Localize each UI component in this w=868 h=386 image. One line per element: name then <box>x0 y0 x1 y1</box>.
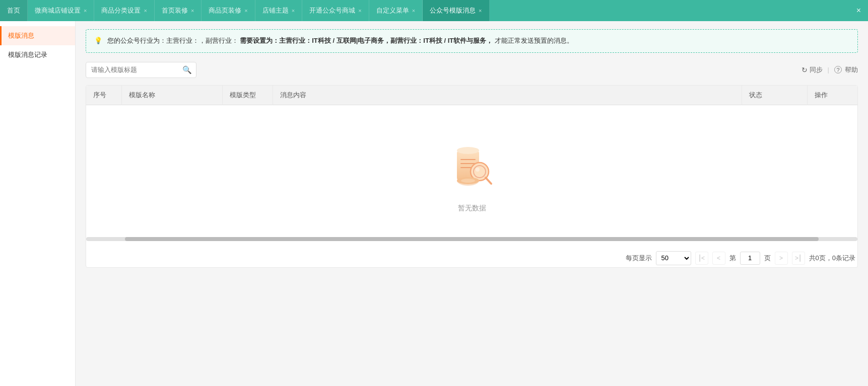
nav-tab-template-msg-label: 公众号模版消息 <box>430 6 476 15</box>
nav-tab-product-decoration-label: 商品页装修 <box>209 6 241 15</box>
empty-text: 暂无数据 <box>458 204 486 213</box>
col-header-type: 模版类型 <box>222 86 273 105</box>
help-button[interactable]: ? 帮助 <box>834 65 858 74</box>
page-input[interactable] <box>740 252 760 265</box>
toolbar-right: ↻ 同步 | ? 帮助 <box>802 65 858 74</box>
notice-highlight: 需要设置为：主营行业：IT科技 / 互联网|电子商务，副营行业：IT科技 / I… <box>240 37 493 44</box>
next-page-button[interactable]: > <box>775 252 788 265</box>
table-body: 暂无数据 <box>86 105 857 233</box>
nav-tab-open-mall-label: 开通公众号商城 <box>309 6 355 15</box>
col-header-content: 消息内容 <box>273 86 742 105</box>
help-icon: ? <box>834 66 842 73</box>
nav-tab-category-setting[interactable]: 商品分类设置 × <box>94 0 154 21</box>
page-label: 第 <box>729 254 736 263</box>
nav-tab-shop-setting[interactable]: 微商城店铺设置 × <box>28 0 94 21</box>
close-template-msg-icon[interactable]: × <box>479 8 482 14</box>
sidebar-item-template-msg[interactable]: 模版消息 <box>0 26 75 45</box>
main-layout: 模版消息 模版消息记录 💡 您的公众号行业为：主营行业：，副营行业： 需要设置为… <box>0 21 868 386</box>
content-area: 💡 您的公众号行业为：主营行业：，副营行业： 需要设置为：主营行业：IT科技 /… <box>76 21 868 386</box>
nav-tab-custom-menu-label: 自定义菜单 <box>376 6 409 15</box>
pagination: 每页显示 50 20 100 ⎮< < 第 页 > >⎮ 共0页，0条记录 <box>86 245 857 267</box>
notice-box: 💡 您的公众号行业为：主营行业：，副营行业： 需要设置为：主营行业：IT科技 /… <box>86 29 858 53</box>
search-icon: 🔍 <box>182 65 192 74</box>
nav-tab-shop-theme-label: 店铺主题 <box>262 6 289 15</box>
svg-point-10 <box>476 168 480 172</box>
close-all-button[interactable]: × <box>849 6 868 15</box>
toolbar-divider: | <box>828 66 829 73</box>
sidebar-item-template-msg-label: 模版消息 <box>8 32 34 39</box>
total-label: 共0页，0条记录 <box>809 254 855 263</box>
nav-tab-product-decoration[interactable]: 商品页装修 × <box>202 0 255 21</box>
svg-point-3 <box>457 147 479 154</box>
close-open-mall-icon[interactable]: × <box>358 8 361 14</box>
nav-tab-home[interactable]: 首页 <box>0 0 28 21</box>
per-page-select[interactable]: 50 20 100 <box>656 251 691 265</box>
sync-icon: ↻ <box>802 66 808 74</box>
col-header-action: 操作 <box>807 86 857 105</box>
data-table: 序号 模版名称 模版类型 消息内容 状态 <box>86 86 857 233</box>
first-page-button[interactable]: ⎮< <box>695 252 708 265</box>
sidebar: 模版消息 模版消息记录 <box>0 21 76 386</box>
notice-bulb-icon: 💡 <box>94 37 102 44</box>
close-product-decoration-icon[interactable]: × <box>244 8 247 14</box>
nav-tab-category-setting-label: 商品分类设置 <box>101 6 141 15</box>
per-page-label: 每页显示 <box>626 254 652 263</box>
nav-tab-custom-menu[interactable]: 自定义菜单 × <box>369 0 423 21</box>
sync-label: 同步 <box>810 65 823 74</box>
notice-prefix: 您的公众号行业为：主营行业：，副营行业： <box>107 37 238 44</box>
close-shop-setting-icon[interactable]: × <box>84 8 87 14</box>
sidebar-item-template-msg-record-label: 模版消息记录 <box>8 51 47 58</box>
nav-tab-open-mall[interactable]: 开通公众号商城 × <box>302 0 369 21</box>
col-header-index: 序号 <box>86 86 121 105</box>
nav-tab-shop-setting-label: 微商城店铺设置 <box>35 6 81 15</box>
horizontal-scrollbar[interactable] <box>86 237 857 241</box>
close-home-decoration-icon[interactable]: × <box>191 8 194 14</box>
sync-button[interactable]: ↻ 同步 <box>802 65 823 74</box>
nav-tab-home-decoration-label: 首页装修 <box>162 6 188 15</box>
col-header-status: 状态 <box>742 86 807 105</box>
table-wrapper: 序号 模版名称 模版类型 消息内容 状态 <box>86 85 858 268</box>
empty-illustration <box>442 135 502 196</box>
nav-tab-home-decoration[interactable]: 首页装修 × <box>155 0 202 21</box>
help-label: 帮助 <box>845 65 858 74</box>
prev-page-button[interactable]: < <box>712 252 725 265</box>
svg-line-9 <box>486 178 491 184</box>
col-header-name: 模版名称 <box>121 86 222 105</box>
close-custom-menu-icon[interactable]: × <box>412 8 415 14</box>
search-bar: 🔍 ↻ 同步 | ? 帮助 <box>86 62 858 78</box>
close-category-setting-icon[interactable]: × <box>144 8 147 14</box>
scrollbar-thumb[interactable] <box>125 237 819 241</box>
svg-point-12 <box>461 179 475 183</box>
search-button[interactable]: 🔍 <box>182 65 192 74</box>
nav-tab-shop-theme[interactable]: 店铺主题 × <box>255 0 302 21</box>
sidebar-item-template-msg-record[interactable]: 模版消息记录 <box>0 45 75 64</box>
table-header: 序号 模版名称 模版类型 消息内容 状态 <box>86 86 857 105</box>
empty-state: 暂无数据 <box>86 105 857 233</box>
top-nav: 首页 微商城店铺设置 × 商品分类设置 × 首页装修 × 商品页装修 × 店铺主… <box>0 0 868 21</box>
nav-tab-home-label: 首页 <box>7 6 20 15</box>
search-input[interactable] <box>86 62 196 78</box>
nav-tab-template-msg[interactable]: 公众号模版消息 × <box>423 0 489 21</box>
close-shop-theme-icon[interactable]: × <box>292 8 295 14</box>
notice-suffix: 才能正常发送预置的消息。 <box>495 37 573 44</box>
page-unit: 页 <box>764 254 771 263</box>
last-page-button[interactable]: >⎮ <box>792 252 805 265</box>
